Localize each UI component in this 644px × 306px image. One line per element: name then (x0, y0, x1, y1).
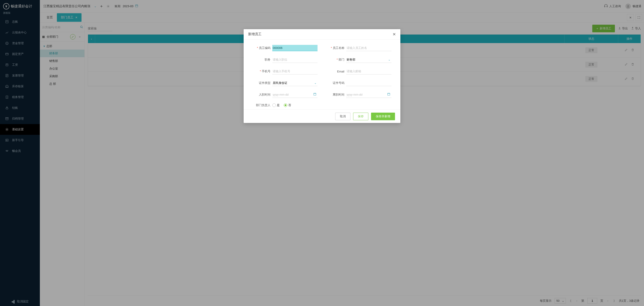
label-idno: 证件号码 (326, 81, 344, 85)
svg-rect-16 (314, 93, 316, 95)
dept-select[interactable] (346, 57, 392, 63)
radio-yes[interactable]: 是 (272, 103, 280, 107)
label-code: 员工编码 (252, 46, 270, 50)
label-phone: 手机号 (252, 69, 270, 73)
modal-overlay[interactable]: 新增员工 ✕ 员工编码 员工名称 职务 (0, 0, 644, 306)
hire-date-input[interactable] (272, 92, 318, 98)
employee-name-input[interactable] (346, 45, 392, 51)
modal-header: 新增员工 ✕ (244, 29, 400, 40)
label-name: 员工名称 (326, 46, 344, 50)
id-type-select[interactable] (272, 80, 318, 86)
leader-radio-group: 是 否 (272, 103, 291, 107)
position-input[interactable] (272, 57, 318, 63)
add-employee-modal: 新增员工 ✕ 员工编码 员工名称 职务 (244, 29, 400, 123)
calendar-icon[interactable] (313, 92, 317, 97)
label-leader: 部门负责人 (252, 103, 270, 107)
employee-code-input[interactable] (272, 45, 318, 51)
label-leave: 离职时间 (326, 93, 344, 97)
phone-input[interactable] (272, 68, 318, 74)
modal-title: 新增员工 (248, 32, 262, 36)
save-and-new-button[interactable]: 保存并新增 (371, 113, 395, 120)
cancel-button[interactable]: 取消 (335, 113, 350, 120)
id-number-input[interactable] (346, 80, 392, 86)
chevron-down-icon[interactable]: ⌄ (314, 81, 317, 85)
email-input[interactable] (346, 68, 392, 74)
calendar-icon[interactable] (387, 92, 390, 97)
chevron-down-icon[interactable]: ⌄ (388, 58, 390, 61)
label-dept: 部门 (326, 58, 344, 62)
modal-footer: 取消 保存 保存并新增 (244, 109, 400, 123)
modal-close-button[interactable]: ✕ (392, 32, 396, 37)
modal-body: 员工编码 员工名称 职务 部门 ⌄ (244, 40, 400, 109)
label-hire: 入职时间 (252, 93, 270, 97)
leave-date-input[interactable] (346, 92, 392, 98)
label-email: Email (326, 70, 344, 73)
save-button[interactable]: 保存 (353, 113, 368, 120)
svg-rect-17 (388, 93, 390, 95)
label-position: 职务 (252, 58, 270, 62)
label-idtype: 证件类型 (252, 81, 270, 85)
radio-no[interactable]: 否 (284, 103, 291, 107)
